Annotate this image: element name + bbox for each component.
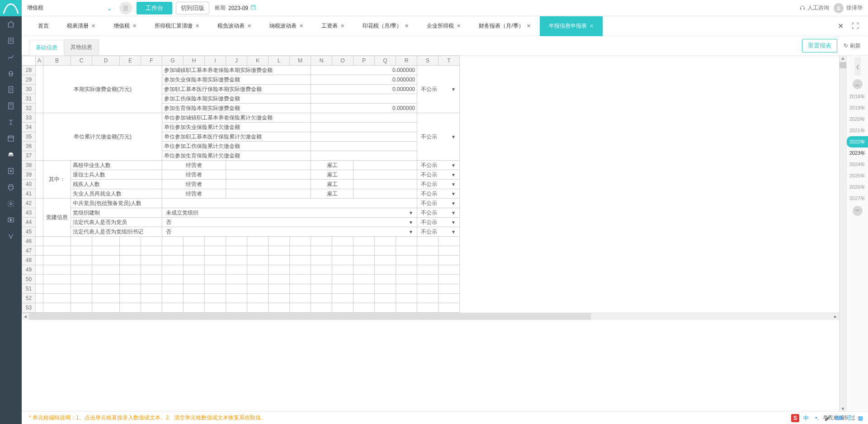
year-item-2019年[interactable]: 2019年 [847,102,868,114]
empty-cell[interactable] [71,275,92,284]
empty-cell[interactable] [332,265,354,275]
empty-cell[interactable] [205,275,226,284]
col-header-K[interactable]: K [247,56,269,66]
close-icon[interactable]: ✕ [340,23,344,29]
g3-visibility[interactable]: 不公示▼ [417,189,460,199]
empty-cell[interactable] [269,256,290,265]
empty-cell[interactable] [226,303,247,313]
year-item-2024年[interactable]: 2024年 [847,159,868,170]
empty-cell[interactable] [43,256,71,265]
logo[interactable] [0,0,22,16]
year-down-button[interactable]: ︾ [853,206,863,216]
empty-cell[interactable] [205,256,226,265]
g3-operator-value[interactable] [226,170,311,180]
empty-cell[interactable] [375,303,396,313]
row-header-31[interactable]: 31 [22,94,36,104]
nav-home[interactable] [0,16,22,33]
empty-cell[interactable] [92,237,120,246]
empty-cell[interactable] [226,265,247,275]
close-icon[interactable]: ✕ [527,23,531,29]
empty-cell[interactable] [396,265,417,275]
row-header-39[interactable]: 39 [22,170,36,180]
nav-calc[interactable] [0,98,22,114]
horizontal-scrollbar[interactable]: ◄ ► [22,313,839,320]
empty-cell[interactable] [162,256,184,265]
company-dropdown[interactable]: 增值税 ⌄ [27,4,112,12]
empty-cell[interactable] [439,275,460,284]
empty-cell[interactable] [36,246,43,256]
period-value[interactable]: 2023-09 [228,5,248,11]
col-header-O[interactable]: O [332,56,354,66]
tab-0[interactable]: 首页 [29,16,58,36]
nav-chart[interactable] [0,49,22,65]
empty-cell[interactable] [247,237,269,246]
nav-finance[interactable] [0,65,22,81]
ime-skin-icon[interactable]: 👕 [845,414,854,422]
year-item-2021年[interactable]: 2021年 [847,125,868,136]
g4-visibility[interactable]: 不公示▼ [417,208,460,218]
row-header-35[interactable]: 35 [22,132,36,142]
empty-cell[interactable] [92,256,120,265]
row-header-38[interactable]: 38 [22,161,36,170]
g3-employee-value[interactable] [354,170,417,180]
ime-keyboard-icon[interactable]: ⌨ [835,414,843,422]
empty-cell[interactable] [396,294,417,303]
row-header-51[interactable]: 51 [22,284,36,294]
empty-cell[interactable] [396,275,417,284]
scroll-right-icon[interactable]: ► [832,314,839,319]
empty-cell[interactable] [141,303,162,313]
empty-cell[interactable] [439,265,460,275]
year-panel-collapse[interactable]: ❮ [854,57,861,76]
empty-cell[interactable] [311,303,332,313]
doc-icon-button[interactable] [119,2,132,14]
empty-cell[interactable] [71,303,92,313]
close-icon[interactable]: ✕ [132,23,137,29]
empty-cell[interactable] [184,303,205,313]
empty-cell[interactable] [417,294,439,303]
tab-8[interactable]: 企业所得税✕ [418,16,470,36]
support-link[interactable]: 人工咨询 [799,4,829,12]
row-header-49[interactable]: 49 [22,265,36,275]
empty-cell[interactable] [396,303,417,313]
ime-lang-icon[interactable]: 中 [802,414,810,422]
empty-cell[interactable] [205,303,226,313]
empty-cell[interactable] [290,265,311,275]
tab-3[interactable]: 所得税汇算清缴✕ [146,16,208,36]
empty-cell[interactable] [417,284,439,294]
empty-cell[interactable] [290,275,311,284]
empty-cell[interactable] [354,294,375,303]
empty-cell[interactable] [332,294,354,303]
empty-cell[interactable] [43,284,71,294]
nav-report[interactable] [0,33,22,49]
empty-cell[interactable] [311,294,332,303]
row-header-32[interactable]: 32 [22,104,36,113]
col-header-L[interactable]: L [269,56,290,66]
col-header-Q[interactable]: Q [375,56,396,66]
empty-cell[interactable] [396,256,417,265]
empty-cell[interactable] [226,256,247,265]
tab-9[interactable]: 财务报表（月/季）✕ [470,16,539,36]
close-icon[interactable]: ✕ [195,23,199,29]
empty-cell[interactable] [311,256,332,265]
col-header-R[interactable]: R [396,56,417,66]
sheet-area[interactable]: ABCDEFGHIJKLMNOPQRST28本期实际缴费金额(万元)参加城镇职工… [22,56,839,411]
row-header-41[interactable]: 41 [22,189,36,199]
empty-cell[interactable] [141,237,162,246]
calendar-icon[interactable] [250,4,256,12]
row-header-34[interactable]: 34 [22,123,36,132]
col-header-P[interactable]: P [354,56,375,66]
empty-cell[interactable] [92,294,120,303]
close-icon[interactable]: ✕ [247,23,251,29]
g2-item-value[interactable] [311,123,417,132]
empty-cell[interactable] [332,303,354,313]
nav-v[interactable] [0,228,22,244]
empty-cell[interactable] [354,256,375,265]
col-header-J[interactable]: J [226,56,247,66]
empty-cell[interactable] [396,284,417,294]
year-item-2025年[interactable]: 2025年 [847,170,868,181]
col-header-A[interactable]: A [36,56,43,66]
g1-item-value[interactable]: 0.000000 [311,104,417,113]
g1-visibility[interactable]: 不公示▼ [417,66,460,113]
close-icon[interactable]: ✕ [299,23,303,29]
empty-cell[interactable] [162,246,184,256]
